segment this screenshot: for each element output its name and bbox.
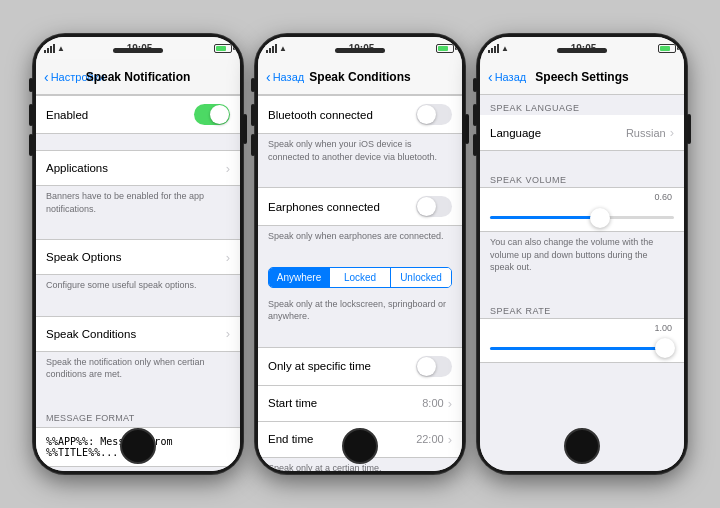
earphones-toggle[interactable] — [416, 196, 452, 217]
end-time-cell[interactable]: End time 22:00 › — [258, 422, 462, 458]
back-button-2[interactable]: ‹ Назад — [266, 70, 304, 84]
enabled-toggle[interactable] — [194, 104, 230, 125]
battery-fill-3 — [660, 46, 670, 51]
nav-bar-1: ‹ Настройки Speak Notification — [36, 59, 240, 95]
speak-conditions-label: Speak Conditions — [46, 328, 136, 340]
screen-content-1[interactable]: Enabled Applications › Banners have t — [36, 95, 240, 471]
message-format-value[interactable]: %%APP%%: Message from %%TITLE%%... — [36, 427, 240, 467]
speak-options-group: Speak Options › Configure some useful sp… — [36, 239, 240, 300]
language-value: Russian — [626, 127, 666, 139]
rate-fill — [490, 347, 665, 350]
speak-volume-group: SPEAK VOLUME 0.60 You can also change th… — [480, 167, 684, 282]
applications-label: Applications — [46, 162, 108, 174]
segmented-group: Anywhere Locked Unlocked Speak only at t… — [258, 267, 462, 331]
power-button-2[interactable] — [465, 114, 469, 144]
rate-thumb[interactable] — [655, 338, 675, 358]
speak-options-footer: Configure some useful speak options. — [36, 275, 240, 300]
power-button-3[interactable] — [687, 114, 691, 144]
signal-area-2: ▲ — [266, 43, 287, 53]
mute-button[interactable] — [29, 78, 33, 92]
start-time-value: 8:00 — [422, 397, 443, 409]
volume-fill — [490, 216, 600, 219]
nav-bar-3: ‹ Назад Speech Settings — [480, 59, 684, 95]
volume-up-button-2[interactable] — [251, 104, 255, 126]
rate-slider[interactable] — [480, 333, 684, 362]
message-format-group: MESSAGE FORMAT %%APP%%: Message from %%T… — [36, 405, 240, 471]
enabled-cell[interactable]: Enabled — [36, 95, 240, 134]
back-arrow-icon-2: ‹ — [266, 70, 271, 84]
end-time-right: 22:00 › — [416, 432, 452, 447]
location-segmented[interactable]: Anywhere Locked Unlocked — [268, 267, 452, 288]
status-right-3 — [658, 44, 676, 53]
battery-icon-2 — [436, 44, 454, 53]
speak-options-right: › — [226, 250, 230, 265]
speak-conditions-footer: Speak the notification only when certian… — [36, 352, 240, 389]
specific-time-knob — [417, 357, 436, 376]
earphones-toggle-knob — [417, 197, 436, 216]
earphones-cell[interactable]: Earphones connected — [258, 187, 462, 226]
battery-fill — [216, 46, 226, 51]
speak-conditions-cell[interactable]: Speak Conditions › — [36, 316, 240, 352]
mute-button-3[interactable] — [473, 78, 477, 92]
power-button[interactable] — [243, 114, 247, 144]
volume-up-button[interactable] — [29, 104, 33, 126]
status-time-2: 19:05 — [349, 43, 375, 54]
rate-value: 1.00 — [480, 319, 684, 333]
end-time-chevron-icon: › — [448, 432, 452, 447]
speak-rate-header: SPEAK RATE — [480, 298, 684, 318]
language-chevron-icon: › — [670, 125, 674, 140]
rate-track — [490, 347, 674, 350]
volume-up-button-3[interactable] — [473, 104, 477, 126]
signal-area-3: ▲ — [488, 43, 509, 53]
enabled-group: Enabled — [36, 95, 240, 134]
phone-3-screen: ▲ 19:05 ‹ Назад Speech Settings — [480, 37, 684, 471]
time-footer: Speak only at a certian time. — [258, 458, 462, 471]
speak-options-cell[interactable]: Speak Options › — [36, 239, 240, 275]
specific-time-cell[interactable]: Only at specific time — [258, 347, 462, 386]
nav-title-2: Speak Conditions — [309, 70, 410, 84]
start-time-cell[interactable]: Start time 8:00 › — [258, 386, 462, 422]
volume-slider[interactable] — [480, 202, 684, 231]
speak-conditions-group: Speak Conditions › Speak the notificatio… — [36, 316, 240, 389]
bluetooth-toggle[interactable] — [416, 104, 452, 125]
battery-icon-3 — [658, 44, 676, 53]
seg-unlocked[interactable]: Unlocked — [390, 268, 451, 287]
enabled-label: Enabled — [46, 109, 88, 121]
volume-down-button-2[interactable] — [251, 134, 255, 156]
status-time-1: 19:05 — [127, 43, 153, 54]
applications-group: Applications › Banners have to be enable… — [36, 150, 240, 223]
language-label: Language — [490, 127, 541, 139]
bluetooth-toggle-knob — [417, 105, 436, 124]
bluetooth-cell[interactable]: Bluetooth connected — [258, 95, 462, 134]
screen-content-2[interactable]: Bluetooth connected Speak only when your… — [258, 95, 462, 471]
phone-2-screen: ▲ 19:05 ‹ Назад Speak Conditions — [258, 37, 462, 471]
phones-container: ▲ 19:05 ‹ Настройки Speak Notification — [33, 34, 687, 474]
specific-time-label: Only at specific time — [268, 360, 371, 372]
signal-bars — [44, 43, 55, 53]
signal-area: ▲ — [44, 43, 65, 53]
volume-track — [490, 216, 674, 219]
mute-button-2[interactable] — [251, 78, 255, 92]
volume-down-button[interactable] — [29, 134, 33, 156]
volume-down-button-3[interactable] — [473, 134, 477, 156]
status-right-2 — [436, 44, 454, 53]
back-button-3[interactable]: ‹ Назад — [488, 70, 526, 84]
specific-time-toggle[interactable] — [416, 356, 452, 377]
earphones-footer: Speak only when earphones are connected. — [258, 226, 462, 251]
nav-bar-2: ‹ Назад Speak Conditions — [258, 59, 462, 95]
seg-locked[interactable]: Locked — [329, 268, 390, 287]
start-time-chevron-icon: › — [448, 396, 452, 411]
nav-title-3: Speech Settings — [535, 70, 628, 84]
speak-options-chevron-icon: › — [226, 250, 230, 265]
speak-conditions-chevron-icon: › — [226, 326, 230, 341]
back-arrow-icon-1: ‹ — [44, 70, 49, 84]
status-time-3: 19:05 — [571, 43, 597, 54]
back-arrow-icon-3: ‹ — [488, 70, 493, 84]
applications-cell[interactable]: Applications › — [36, 150, 240, 186]
language-cell[interactable]: Language Russian › — [480, 115, 684, 151]
screen-content-3[interactable]: SPEAK LANGUAGE Language Russian › SPEAK … — [480, 95, 684, 471]
end-time-label: End time — [268, 433, 313, 445]
volume-thumb[interactable] — [590, 208, 610, 228]
nav-title-1: Speak Notification — [86, 70, 191, 84]
seg-anywhere[interactable]: Anywhere — [269, 268, 329, 287]
